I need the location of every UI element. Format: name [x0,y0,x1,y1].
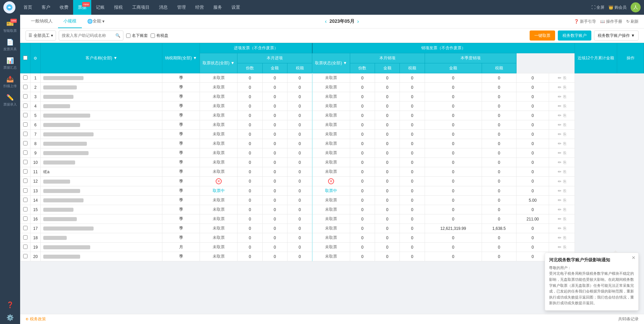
row-checkbox[interactable] [23,141,28,145]
row-checkbox[interactable] [23,132,28,136]
copy-icon[interactable]: ⎘ [564,141,566,146]
row-checkbox[interactable] [23,179,28,183]
edit-icon[interactable]: ✏ [558,113,561,118]
edit-icon[interactable]: ✏ [558,198,561,203]
nav-manage[interactable]: 管理 [172,0,191,15]
tax-disk-checkbox[interactable] [151,34,155,38]
copy-icon[interactable]: ⎘ [564,216,566,221]
nav-service[interactable]: 服务 [209,0,227,15]
tab-small-scale[interactable]: 小规模 [58,15,82,28]
sidebar-item-ticket[interactable]: 🎫 智能取票 new [0,17,20,36]
copy-icon[interactable]: ⎘ [564,198,566,203]
copy-icon[interactable]: ⎘ [564,150,566,155]
nav-customer[interactable]: 客户 [37,0,55,15]
row-checkbox[interactable] [23,207,28,211]
copy-icon[interactable]: ⎘ [564,113,566,118]
nav-settings[interactable]: 设置 [227,0,245,15]
sidebar-item-entry[interactable]: ✏️ 票据录入 [0,91,20,110]
edit-icon[interactable]: ✏ [558,216,561,221]
select-all-checkbox[interactable] [23,56,28,60]
nav-invoice[interactable]: 票据 new [73,0,91,15]
row-checkbox[interactable] [23,254,28,258]
copy-icon[interactable]: ⎘ [564,132,566,137]
edit-icon[interactable]: ✏ [558,122,561,127]
edit-icon[interactable]: ✏ [558,235,561,240]
digital-account-btn[interactable]: 税务数字账户 [558,30,591,41]
edit-icon[interactable]: ✏ [558,188,561,193]
nav-fee[interactable]: 收费 [55,0,73,15]
next-period-btn[interactable]: › [357,18,359,24]
membership-btn[interactable]: 👑 购会员 [608,5,627,10]
edit-icon[interactable]: ✏ [558,141,561,146]
sidebar-item-summary[interactable]: 📊 票据汇总 [0,54,20,73]
prev-period-btn[interactable]: ‹ [325,18,327,24]
row-checkbox[interactable] [23,160,28,164]
new-guide-btn[interactable]: ❓ 新手引导 [574,19,596,24]
nav-bookkeeping[interactable]: 记账 [91,0,109,15]
sidebar-item-scan[interactable]: 📤 扫描上传 [0,73,20,91]
nav-tax[interactable]: 报税 [109,0,127,15]
sidebar-item-invoice-open[interactable]: 📄 发票开具 [0,36,20,54]
row-checkbox[interactable] [23,198,28,202]
nav-business[interactable]: 工商项目 [127,0,154,15]
row-checkbox[interactable] [23,150,28,155]
nav-message[interactable]: 消息 [154,0,172,15]
copy-icon[interactable]: ⎘ [564,75,566,80]
nav-home[interactable]: 首页 [19,0,37,15]
manual-btn[interactable]: 📖 操作手册 [600,19,622,24]
edit-icon[interactable]: ✏ [558,169,561,174]
edit-icon[interactable]: ✏ [558,104,561,109]
row-checkbox[interactable] [23,235,28,240]
tab-all[interactable]: 🌐 全能 ▾ [82,15,110,28]
row-checkbox[interactable] [23,113,28,117]
copy-icon[interactable]: ⎘ [564,188,566,193]
edit-icon[interactable]: ✏ [558,160,561,165]
copy-icon[interactable]: ⎘ [564,122,566,127]
digital-account-op-btn[interactable]: 税务数字账户操作 ▼ [594,30,639,41]
edit-icon[interactable]: ✏ [558,150,561,155]
row-checkbox[interactable] [23,226,28,230]
edit-icon[interactable]: ✏ [558,179,561,184]
tab-general-taxpayer[interactable]: 一般纳税人 [25,15,58,28]
tax-policy-link[interactable]: ⊕ 税务政策 [25,316,46,322]
edit-icon[interactable]: ✏ [558,85,561,90]
edit-icon[interactable]: ✏ [558,207,561,212]
row-checkbox[interactable] [23,75,28,80]
edit-icon[interactable]: ✏ [558,75,561,80]
refresh-btn[interactable]: ↻ 刷新 [626,19,639,24]
row-checkbox[interactable] [23,188,28,193]
row-checkbox[interactable] [23,94,28,99]
edit-icon[interactable]: ✏ [558,132,561,137]
copy-icon[interactable]: ⎘ [564,207,566,212]
edit-icon[interactable]: ✏ [558,226,561,231]
sidebar-item-settings[interactable]: ⚙️ [6,311,14,324]
nav-operation[interactable]: 经营 [191,0,209,15]
copy-icon[interactable]: ⎘ [564,85,566,90]
copy-icon[interactable]: ⎘ [564,104,566,109]
copy-icon[interactable]: ⎘ [564,235,566,240]
search-input[interactable] [62,33,115,38]
row-checkbox[interactable] [23,85,28,89]
row-checkbox[interactable] [23,104,28,108]
employee-select[interactable]: ☰ 全部员工 ▾ [25,30,56,41]
search-icon[interactable]: 🔍 [115,33,120,38]
row-checkbox[interactable] [23,122,28,127]
tax-disk-checkbox-label[interactable]: 有税盘 [151,33,168,39]
row-checkbox[interactable] [23,245,28,249]
my-account-checkbox-label[interactable]: 名下账套 [126,33,148,39]
copy-icon[interactable]: ⎘ [564,94,566,99]
copy-icon[interactable]: ⎘ [564,226,566,231]
one-click-invoice-btn[interactable]: 一键取票 [530,30,555,41]
user-avatar[interactable]: 人 [631,2,641,12]
fullscreen-btn[interactable]: ⛶ 全屏 [591,5,604,10]
notification-close-btn[interactable]: ✕ [632,255,636,260]
copy-icon[interactable]: ⎘ [564,179,566,184]
my-account-checkbox[interactable] [126,34,130,38]
copy-icon[interactable]: ⎘ [564,245,566,250]
copy-icon[interactable]: ⎘ [564,160,566,165]
row-checkbox[interactable] [23,216,28,221]
edit-icon[interactable]: ✏ [558,245,561,250]
settings-col-icon[interactable]: ⚙ [34,56,37,61]
copy-icon[interactable]: ⎘ [564,169,566,174]
edit-icon[interactable]: ✏ [558,94,561,99]
